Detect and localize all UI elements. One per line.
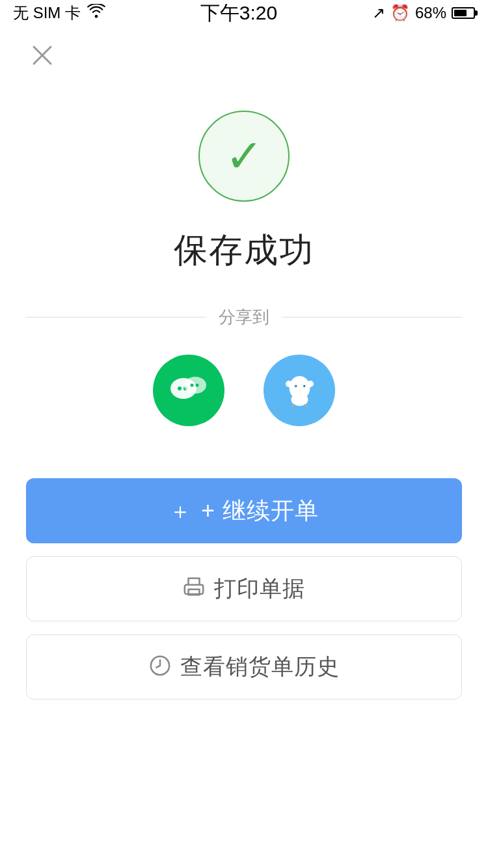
location-icon: ↗: [372, 4, 385, 22]
svg-point-7: [196, 384, 199, 387]
battery-percentage: 68%: [415, 4, 446, 22]
action-buttons: ＋ + 继续开单 打印单据 查看销货单历史: [26, 478, 462, 699]
svg-point-3: [178, 387, 182, 390]
share-icons: [26, 355, 462, 426]
wechat-share-button[interactable]: [153, 355, 224, 426]
svg-point-13: [295, 385, 297, 387]
qq-icon: [278, 370, 321, 412]
checkmark-icon: ✓: [225, 133, 264, 179]
plus-icon: ＋: [169, 500, 192, 522]
print-icon: [183, 576, 205, 602]
svg-point-14: [304, 385, 305, 387]
continue-order-label: + 继续开单: [201, 495, 319, 527]
continue-order-button[interactable]: ＋ + 继续开单: [26, 478, 462, 543]
status-right: ↗ ⏰ 68%: [372, 4, 475, 22]
no-sim-label: 无 SIM 卡: [13, 3, 81, 23]
main-content: ✓ 保存成功 分享到: [0, 26, 488, 868]
svg-point-16: [286, 381, 292, 387]
history-label: 查看销货单历史: [180, 652, 340, 682]
status-left: 无 SIM 卡: [13, 3, 105, 23]
status-time: 下午3:20: [200, 0, 277, 27]
wechat-icon: [166, 368, 211, 413]
divider-right: [282, 317, 462, 318]
alarm-icon: ⏰: [390, 4, 410, 22]
divider-left: [26, 317, 206, 318]
share-section: 分享到: [26, 306, 462, 426]
close-button-container: [26, 26, 462, 72]
print-label: 打印单据: [214, 574, 305, 604]
history-icon: [149, 655, 171, 680]
svg-point-15: [291, 393, 308, 406]
svg-point-6: [191, 384, 194, 387]
success-circle: ✓: [198, 111, 290, 202]
share-label: 分享到: [219, 306, 269, 329]
success-title: 保存成功: [174, 228, 314, 273]
qq-share-button[interactable]: [264, 355, 335, 426]
svg-point-17: [307, 381, 314, 387]
status-bar: 无 SIM 卡 下午3:20 ↗ ⏰ 68%: [0, 0, 488, 26]
print-button[interactable]: 打印单据: [26, 556, 462, 621]
battery-icon: [452, 7, 475, 19]
svg-point-5: [184, 377, 206, 394]
share-divider: 分享到: [26, 306, 462, 329]
wifi-icon: [87, 4, 105, 22]
history-button[interactable]: 查看销货单历史: [26, 634, 462, 699]
close-button[interactable]: [26, 39, 59, 72]
